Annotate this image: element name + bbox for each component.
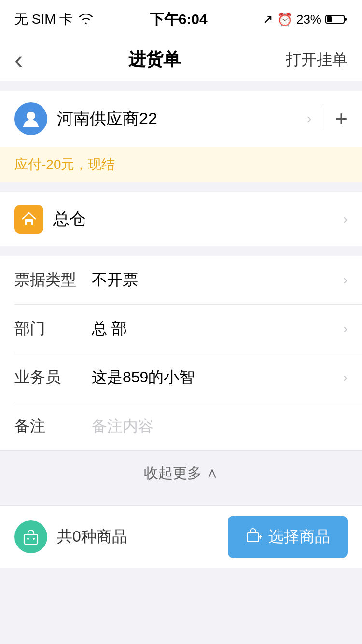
person-icon [21, 109, 41, 128]
warehouse-icon [14, 205, 43, 234]
bottom-bar: 共0种商品 选择商品 [0, 505, 362, 568]
product-icon-wrap [14, 520, 47, 553]
salesman-label: 业务员 [14, 367, 82, 388]
collapse-row[interactable]: 收起更多 ∧ [0, 450, 362, 496]
divider [323, 107, 323, 131]
supplier-row[interactable]: 河南供应商22 › + [0, 91, 362, 147]
select-goods-icon [245, 528, 263, 546]
status-bar: 无 SIM 卡 下午6:04 ↗ ⏰ 23% [0, 0, 362, 39]
supplier-name: 河南供应商22 [57, 108, 307, 130]
add-supplier-button[interactable]: + [335, 108, 348, 129]
warehouse-chevron: › [343, 211, 348, 227]
gap-1 [0, 81, 362, 91]
status-time: 下午6:04 [150, 10, 208, 29]
note-row[interactable]: 备注 备注内容 [0, 402, 362, 450]
svg-point-8 [33, 538, 35, 540]
status-carrier: 无 SIM 卡 [14, 10, 94, 28]
select-goods-button[interactable]: 选择商品 [228, 516, 348, 558]
svg-point-3 [27, 112, 35, 120]
cart-icon [22, 528, 40, 546]
dept-chevron: › [343, 321, 348, 336]
collapse-button[interactable]: 收起更多 ∧ [144, 463, 218, 483]
warehouse-section: 总仓 › [0, 192, 362, 246]
house-icon [20, 210, 38, 228]
invoice-row[interactable]: 票据类型 不开票 › [0, 256, 362, 304]
avatar [14, 102, 47, 135]
alarm-icon: ⏰ [277, 12, 292, 27]
svg-point-7 [27, 538, 29, 540]
svg-rect-5 [27, 222, 31, 225]
invoice-value: 不开票 [82, 269, 343, 291]
svg-rect-2 [345, 18, 347, 21]
salesman-chevron: › [343, 370, 348, 385]
gap-2 [0, 182, 362, 192]
dept-row[interactable]: 部门 总 部 › [0, 305, 362, 353]
wifi-icon [78, 14, 94, 25]
svg-rect-6 [24, 534, 38, 544]
gap-4 [0, 496, 362, 505]
back-button[interactable]: ‹ [14, 45, 23, 74]
open-pending-button[interactable]: 打开挂单 [286, 49, 348, 70]
salesman-value: 这是859的小智 [82, 367, 343, 388]
nav-bar: ‹ 进货单 打开挂单 [0, 39, 362, 81]
note-label: 备注 [14, 416, 82, 437]
page-title: 进货单 [128, 48, 181, 71]
gap-3 [0, 246, 362, 256]
supplier-chevron: › [307, 111, 311, 126]
form-section: 票据类型 不开票 › 部门 总 部 › 业务员 这是859的小智 › 备注 备注… [0, 256, 362, 450]
page-bg [0, 568, 362, 644]
select-goods-label: 选择商品 [268, 526, 330, 547]
invoice-label: 票据类型 [14, 269, 82, 291]
dept-value: 总 部 [82, 318, 343, 339]
battery-icon [325, 14, 348, 25]
product-count: 共0种商品 [57, 526, 228, 547]
svg-rect-9 [247, 533, 259, 542]
dept-label: 部门 [14, 318, 82, 339]
warehouse-name: 总仓 [53, 208, 343, 230]
note-input[interactable]: 备注内容 [82, 416, 348, 437]
supplier-section: 河南供应商22 › + 应付-20元，现结 [0, 91, 362, 182]
svg-rect-1 [327, 16, 332, 22]
salesman-row[interactable]: 业务员 这是859的小智 › [0, 353, 362, 402]
notice-text: 应付-20元，现结 [14, 157, 115, 172]
warehouse-row[interactable]: 总仓 › [0, 192, 362, 246]
notice-bar: 应付-20元，现结 [0, 147, 362, 182]
invoice-chevron: › [343, 272, 348, 288]
status-right: ↗ ⏰ 23% [263, 12, 348, 27]
location-icon: ↗ [263, 12, 273, 27]
battery-text: 23% [296, 12, 321, 27]
